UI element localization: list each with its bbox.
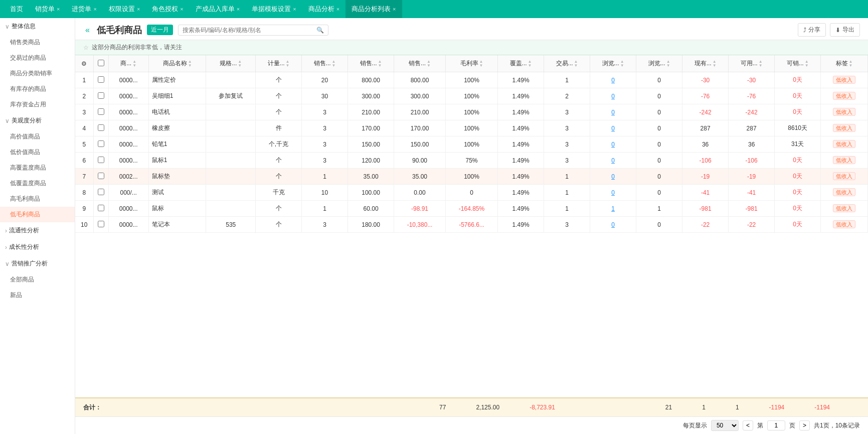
cell-browse1[interactable]: 0 — [590, 185, 636, 201]
th-code[interactable]: 商...▲▼ — [108, 55, 148, 72]
th-checkbox[interactable] — [93, 55, 108, 72]
sidebar-item-inventory-goods[interactable]: 有库存的商品 — [0, 81, 75, 97]
cell-name: 吴细细1 — [148, 88, 206, 104]
nav-purchase-order[interactable]: 进货单 × — [66, 0, 102, 18]
cell-browse1[interactable]: 0 — [590, 169, 636, 185]
cell-checkbox[interactable] — [93, 169, 108, 185]
cell-browse1[interactable]: 0 — [590, 120, 636, 136]
th-current-stock[interactable]: 现有...▲▼ — [682, 55, 729, 72]
row-checkbox[interactable] — [98, 108, 104, 115]
row-checkbox[interactable] — [98, 157, 104, 163]
row-checkbox[interactable] — [98, 140, 104, 147]
row-checkbox[interactable] — [98, 92, 104, 99]
export-button[interactable]: ⬇ 导出 — [830, 23, 860, 37]
th-tag[interactable]: 标签▲▼ — [821, 55, 868, 72]
th-sales-qty[interactable]: 销售...▲▼ — [302, 55, 348, 72]
cell-checkbox[interactable] — [93, 120, 108, 136]
nav-product-analysis[interactable]: 商品分析 × — [302, 0, 345, 18]
close-icon[interactable]: × — [393, 6, 396, 12]
data-table-container[interactable]: ⚙ 商...▲▼ 商品名称▲▼ 规格...▲▼ 计量...▲▼ 销售...▲▼ … — [75, 55, 868, 397]
nav-sales-order[interactable]: 销货单 × — [29, 0, 66, 18]
cell-browse1[interactable]: 0 — [590, 217, 636, 233]
sidebar-item-sales-goods[interactable]: 销售类商品 — [0, 35, 75, 50]
th-browse2[interactable]: 浏览...▲▼ — [636, 55, 682, 72]
sidebar-item-inventory-capital[interactable]: 库存资金占用 — [0, 97, 75, 112]
th-available[interactable]: 可用...▲▼ — [729, 55, 775, 72]
sidebar-item-low-margin[interactable]: 低毛利商品 — [0, 207, 75, 222]
nav-product-inbound[interactable]: 产成品入库单 × — [190, 0, 246, 18]
close-icon[interactable]: × — [93, 6, 96, 12]
sidebar-section-growth[interactable]: › 成长性分析 — [0, 239, 75, 255]
cell-browse1[interactable]: 0 — [590, 88, 636, 104]
share-button[interactable]: ⤴ 分享 — [798, 23, 826, 37]
th-name[interactable]: 商品名称▲▼ — [148, 55, 206, 72]
th-gross-margin[interactable]: 毛利率▲▼ — [446, 55, 498, 72]
cell-checkbox[interactable] — [93, 136, 108, 153]
th-trade[interactable]: 交易...▲▼ — [544, 55, 590, 72]
nav-home[interactable]: 首页 — [4, 0, 29, 18]
sidebar-item-high-coverage[interactable]: 高覆盖度商品 — [0, 160, 75, 176]
sidebar-section-aesthetic[interactable]: ∨ 美观度分析 — [0, 112, 75, 129]
sidebar-item-high-margin[interactable]: 高毛利商品 — [0, 191, 75, 207]
row-checkbox[interactable] — [98, 173, 104, 179]
sidebar-item-low-value[interactable]: 低价值商品 — [0, 144, 75, 160]
close-icon[interactable]: × — [293, 6, 296, 12]
sidebar-item-new-goods[interactable]: 新品 — [0, 287, 75, 303]
sidebar-item-low-coverage[interactable]: 低覆盖度商品 — [0, 176, 75, 191]
page-number-input[interactable] — [767, 420, 785, 430]
close-icon[interactable]: × — [137, 6, 140, 12]
row-checkbox[interactable] — [98, 76, 104, 83]
th-settings[interactable]: ⚙ — [75, 55, 93, 72]
th-unit[interactable]: 计量...▲▼ — [256, 55, 302, 72]
select-all-checkbox[interactable] — [98, 60, 104, 66]
cell-checkbox[interactable] — [93, 201, 108, 217]
nav-template-settings[interactable]: 单据模板设置 × — [246, 0, 302, 18]
close-icon[interactable]: × — [237, 6, 240, 12]
sidebar-section-liquidity[interactable]: › 流通性分析 — [0, 222, 75, 239]
sidebar-section-overall[interactable]: ∨ 整体信息 — [0, 18, 75, 35]
th-sales-price[interactable]: 销售...▲▼ — [348, 55, 394, 72]
sidebar-item-all-goods[interactable]: 全部商品 — [0, 272, 75, 287]
th-spec[interactable]: 规格...▲▼ — [206, 55, 256, 72]
cell-browse1[interactable]: 0 — [590, 72, 636, 88]
page-size-select[interactable]: 50 100 200 — [711, 420, 739, 431]
cell-checkbox[interactable] — [93, 217, 108, 233]
period-tag-button[interactable]: 近一月 — [147, 25, 173, 35]
next-page-button[interactable]: > — [799, 420, 810, 430]
cell-checkbox[interactable] — [93, 72, 108, 88]
close-icon[interactable]: × — [180, 6, 183, 12]
cell-trade: 3 — [544, 136, 590, 153]
cell-checkbox[interactable] — [93, 104, 108, 120]
row-checkbox[interactable] — [98, 205, 104, 211]
cell-available: 287 — [729, 120, 775, 136]
search-input[interactable] — [183, 27, 316, 34]
close-icon[interactable]: × — [336, 6, 339, 12]
search-icon[interactable]: 🔍 — [316, 27, 324, 34]
cell-browse1[interactable]: 1 — [590, 201, 636, 217]
close-icon[interactable]: × — [57, 6, 60, 12]
sidebar-item-traded-goods[interactable]: 交易过的商品 — [0, 50, 75, 66]
th-coverage[interactable]: 覆盖...▲▼ — [498, 55, 544, 72]
cell-browse1[interactable]: 0 — [590, 136, 636, 153]
row-checkbox[interactable] — [98, 221, 104, 227]
nav-role-auth[interactable]: 角色授权 × — [146, 0, 189, 18]
th-sellable[interactable]: 可销...▲▼ — [775, 55, 821, 72]
nav-permission-settings[interactable]: 权限设置 × — [103, 0, 146, 18]
sidebar-collapse-button[interactable]: « — [83, 24, 92, 37]
sidebar-section-marketing[interactable]: ∨ 营销推广分析 — [0, 255, 75, 272]
cell-checkbox[interactable] — [93, 88, 108, 104]
th-sales-profit[interactable]: 销售...▲▼ — [394, 55, 446, 72]
prev-page-button[interactable]: < — [743, 420, 753, 430]
nav-product-analysis-list[interactable]: 商品分析列表 × — [345, 0, 402, 18]
cell-browse1[interactable]: 0 — [590, 104, 636, 120]
total-label: 合计： — [83, 403, 101, 412]
cell-checkbox[interactable] — [93, 153, 108, 169]
sidebar-item-category-sales-rate[interactable]: 商品分类助销率 — [0, 66, 75, 81]
cell-trade: 3 — [544, 120, 590, 136]
cell-browse1[interactable]: 0 — [590, 153, 636, 169]
row-checkbox[interactable] — [98, 124, 104, 131]
row-checkbox[interactable] — [98, 189, 104, 195]
sidebar-item-high-value[interactable]: 高价值商品 — [0, 129, 75, 144]
th-browse1[interactable]: 浏览...▲▼ — [590, 55, 636, 72]
cell-checkbox[interactable] — [93, 185, 108, 201]
